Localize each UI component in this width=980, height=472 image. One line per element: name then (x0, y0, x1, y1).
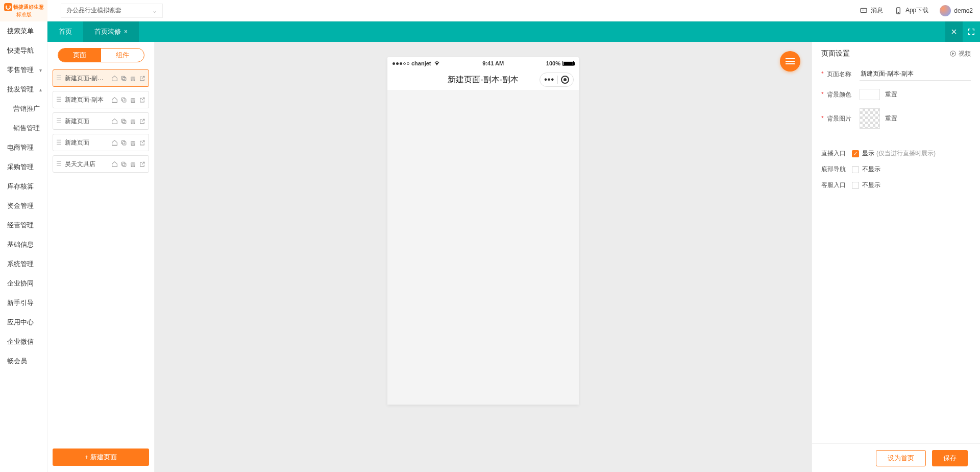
carrier: chanjet (411, 60, 431, 66)
username: demo2 (954, 7, 973, 14)
tab-decorate-label: 首页装修 (94, 27, 121, 36)
delete-icon[interactable] (130, 97, 136, 103)
close-all-tabs-button[interactable] (945, 21, 963, 42)
logo[interactable]: 畅捷通好生意 标准版 (0, 0, 47, 21)
svg-rect-7 (122, 120, 126, 124)
logo-brand: 畅捷通好生意 (13, 4, 44, 11)
bg-image-reset[interactable]: 重置 (885, 114, 897, 123)
sidebar-item-member[interactable]: 畅会员 (0, 351, 47, 371)
new-page-button[interactable]: + 新建页面 (53, 449, 149, 466)
app-download-button[interactable]: App下载 (894, 6, 928, 15)
copy-icon[interactable] (120, 161, 127, 168)
page-row[interactable]: ☰ 新建页面 (53, 134, 149, 151)
tab-decorate[interactable]: 首页装修 × (83, 21, 139, 42)
segment-components[interactable]: 组件 (101, 49, 144, 62)
user-menu[interactable]: demo2 (940, 5, 973, 16)
bg-color-reset[interactable]: 重置 (885, 90, 897, 99)
home-icon[interactable] (111, 118, 118, 125)
live-entry-checkbox[interactable]: ✓ (852, 150, 859, 157)
save-button[interactable]: 保存 (932, 450, 968, 466)
close-icon[interactable]: × (124, 28, 128, 35)
target-icon (561, 76, 569, 84)
home-icon[interactable] (111, 75, 118, 82)
sidebar-item-wechat[interactable]: 企业微信 (0, 332, 47, 351)
sidebar-item-search[interactable]: 搜索菜单 (0, 21, 47, 41)
caret-down-icon: ▾ (39, 67, 42, 73)
service-label: 客服入口 (821, 181, 852, 190)
fullscreen-button[interactable] (963, 21, 980, 42)
account-selector-text: 办公品行业模拟账套 (66, 6, 121, 15)
page-name: 新建页面 (65, 138, 108, 147)
home-icon[interactable] (111, 161, 118, 168)
home-icon[interactable] (111, 139, 118, 146)
message-icon (860, 7, 868, 15)
svg-rect-5 (122, 99, 126, 102)
more-icon: ••• (544, 75, 554, 84)
bg-image-label: 背景图片 (827, 114, 860, 123)
copy-icon[interactable] (120, 139, 127, 146)
sidebar-item-inventory[interactable]: 库存核算 (0, 177, 47, 196)
share-icon[interactable] (139, 118, 145, 125)
miniapp-capsule[interactable]: ••• (540, 73, 574, 87)
drag-icon[interactable]: ☰ (56, 139, 62, 146)
drag-icon[interactable]: ☰ (56, 96, 62, 103)
required-mark: * (821, 115, 824, 122)
bg-color-swatch[interactable] (860, 89, 880, 100)
bg-color-label: 背景颜色 (827, 90, 860, 99)
page-row[interactable]: ☰ 新建页面-副本... (53, 69, 149, 87)
sidebar-item-wholesale[interactable]: 批发管理▴ (0, 80, 47, 99)
sidebar-item-retail[interactable]: 零售管理▾ (0, 60, 47, 80)
bg-image-swatch[interactable] (860, 108, 880, 129)
sidebar-item-quicknav[interactable]: 快捷导航 (0, 41, 47, 60)
phone-title-bar: 新建页面-副本-副本 ••• (387, 69, 579, 90)
caret-up-icon: ▴ (39, 87, 42, 92)
battery-icon (562, 61, 574, 66)
drag-icon[interactable]: ☰ (56, 75, 62, 82)
sidebar-item-guide[interactable]: 新手引导 (0, 293, 47, 313)
phone-icon (894, 7, 902, 15)
set-home-button[interactable]: 设为首页 (876, 450, 926, 466)
copy-icon[interactable] (120, 118, 127, 125)
floating-menu-button[interactable] (780, 51, 800, 72)
segment-pages[interactable]: 页面 (58, 49, 101, 62)
account-selector[interactable]: 办公品行业模拟账套 ⌄ (61, 4, 163, 18)
sidebar: 搜索菜单 快捷导航 零售管理▾ 批发管理▴ 营销推广 销售管理 电商管理 采购管… (0, 21, 47, 472)
page-name-input[interactable] (860, 67, 971, 81)
delete-icon[interactable] (130, 139, 136, 146)
sidebar-item-purchase[interactable]: 采购管理 (0, 157, 47, 177)
share-icon[interactable] (139, 97, 145, 103)
delete-icon[interactable] (130, 118, 136, 125)
sidebar-item-funds[interactable]: 资金管理 (0, 196, 47, 216)
share-icon[interactable] (139, 139, 145, 146)
video-help-link[interactable]: 视频 (949, 50, 971, 58)
sidebar-item-system[interactable]: 系统管理 (0, 254, 47, 274)
phone-body[interactable] (387, 90, 579, 405)
sidebar-sub-marketing[interactable]: 营销推广 (0, 99, 47, 119)
home-icon[interactable] (111, 97, 118, 103)
sidebar-item-basic[interactable]: 基础信息 (0, 235, 47, 254)
share-icon[interactable] (139, 75, 145, 82)
page-row[interactable]: ☰ 昊天文具店 (53, 155, 149, 173)
sidebar-item-collab[interactable]: 企业协同 (0, 274, 47, 293)
wifi-icon (433, 60, 440, 67)
copy-icon[interactable] (120, 97, 127, 103)
bottom-nav-checkbox[interactable] (852, 166, 859, 173)
tab-home[interactable]: 首页 (47, 21, 83, 42)
app-download-label: App下载 (905, 6, 928, 15)
sidebar-item-operation[interactable]: 经营管理 (0, 216, 47, 235)
copy-icon[interactable] (120, 75, 127, 82)
delete-icon[interactable] (130, 161, 136, 168)
share-icon[interactable] (139, 161, 145, 168)
page-row[interactable]: ☰ 新建页面-副本 (53, 91, 149, 108)
sidebar-item-appcenter[interactable]: 应用中心 (0, 313, 47, 332)
logo-edition: 标准版 (16, 11, 32, 18)
sidebar-sub-sales[interactable]: 销售管理 (0, 119, 47, 138)
delete-icon[interactable] (130, 75, 136, 82)
sidebar-item-ecommerce[interactable]: 电商管理 (0, 138, 47, 157)
drag-icon[interactable]: ☰ (56, 117, 62, 125)
service-checkbox[interactable] (852, 182, 859, 189)
drag-icon[interactable]: ☰ (56, 160, 62, 168)
page-row[interactable]: ☰ 新建页面 (53, 112, 149, 130)
svg-rect-6 (121, 98, 125, 101)
messages-button[interactable]: 消息 (860, 6, 883, 15)
